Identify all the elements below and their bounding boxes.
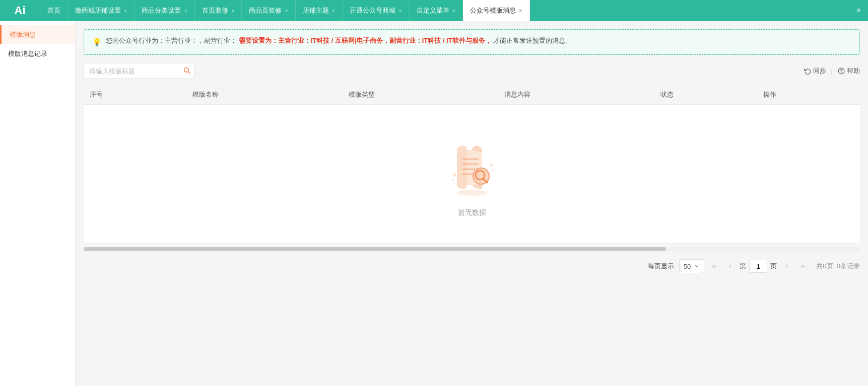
search-bar: 同步 | 帮助: [84, 63, 860, 79]
svg-point-14: [490, 164, 493, 167]
logo: Ai: [0, 0, 40, 21]
sidebar-item-template-msg[interactable]: 模版消息: [0, 25, 75, 44]
empty-row: 暂无数据: [84, 105, 860, 243]
col-header-seq: 序号: [84, 85, 186, 105]
nav-item-category-settings[interactable]: 商品分类设置×: [135, 0, 194, 21]
content-area: 💡 您的公众号行业为：主营行业：，副营行业： 需要设置为：主营行业：IT科技 /…: [76, 21, 868, 386]
svg-point-13: [452, 179, 454, 181]
col-header-action: 操作: [757, 85, 860, 105]
prev-page-button[interactable]: [723, 260, 737, 273]
toolbar-right: 同步 | 帮助: [804, 66, 860, 75]
data-table: 序号模版名称模版类型消息内容状态操作: [84, 85, 860, 243]
page-size-label: 每页显示: [648, 262, 674, 271]
notice-prefix: 您的公众号行业为：主营行业：，副营行业：: [106, 37, 237, 44]
nav-item-template-msg[interactable]: 公众号模版消息×: [463, 0, 529, 21]
nav-item-custom-menu[interactable]: 自定义菜单×: [410, 0, 463, 21]
nav-close-open-mall[interactable]: ×: [398, 8, 402, 14]
help-label: 帮助: [847, 66, 860, 75]
col-header-name: 模版名称: [186, 85, 343, 105]
total-info: 共0页, 0条记录: [816, 262, 860, 271]
col-header-status: 状态: [654, 85, 757, 105]
empty-text: 暂无数据: [458, 208, 486, 217]
toolbar-divider: |: [831, 67, 833, 75]
svg-point-12: [453, 174, 456, 177]
page-size-select[interactable]: 50: [679, 259, 704, 273]
nav-item-shop-theme[interactable]: 店铺主题×: [296, 0, 343, 21]
scrollbar-thumb[interactable]: [84, 247, 666, 251]
notice-suffix: 才能正常发送预置的消息。: [493, 37, 572, 44]
sync-label: 同步: [813, 66, 826, 75]
svg-point-15: [492, 169, 494, 171]
chevron-down-icon: [694, 263, 700, 269]
next-page-button[interactable]: [780, 260, 793, 273]
nav-close-template-msg[interactable]: ×: [519, 8, 522, 14]
close-all-button[interactable]: ×: [849, 0, 868, 21]
nav-close-category-settings[interactable]: ×: [184, 8, 187, 14]
search-input[interactable]: [84, 63, 194, 79]
nav-item-open-mall[interactable]: 开通公众号商城×: [343, 0, 409, 21]
nav-close-shop-settings[interactable]: ×: [124, 8, 127, 14]
nav-item-product-decoration[interactable]: 商品页装修×: [242, 0, 295, 21]
nav-item-home[interactable]: 首页: [40, 0, 68, 21]
empty-state: 暂无数据: [90, 110, 854, 238]
current-page-input[interactable]: [749, 260, 767, 273]
nav-close-home-decoration[interactable]: ×: [231, 8, 234, 14]
page-label-pre: 第: [740, 262, 746, 271]
page-label-suf: 页: [770, 262, 777, 271]
page-size-value: 50: [684, 263, 691, 270]
notice-icon: 💡: [92, 36, 102, 48]
last-page-button[interactable]: [796, 260, 809, 273]
notice-box: 💡 您的公众号行业为：主营行业：，副营行业： 需要设置为：主营行业：IT科技 /…: [84, 29, 860, 55]
search-input-wrap: [84, 63, 194, 79]
svg-point-4: [457, 190, 487, 196]
nav-item-home-decoration[interactable]: 首页装修×: [195, 0, 242, 21]
nav-close-custom-menu[interactable]: ×: [452, 8, 455, 14]
help-button[interactable]: 帮助: [838, 66, 860, 75]
main-layout: 模版消息模版消息记录 💡 您的公众号行业为：主营行业：，副营行业： 需要设置为：…: [0, 21, 868, 386]
notice-highlight: 需要设置为：主营行业：IT科技 / 互联网|电子商务，副营行业：IT科技 / I…: [239, 37, 492, 44]
sidebar: 模版消息模版消息记录: [0, 21, 76, 386]
sync-button[interactable]: 同步: [804, 66, 826, 75]
search-button[interactable]: [183, 66, 190, 75]
nav-close-shop-theme[interactable]: ×: [332, 8, 335, 14]
table-header-row: 序号模版名称模版类型消息内容状态操作: [84, 85, 860, 105]
col-header-type: 模版类型: [343, 85, 499, 105]
col-header-content: 消息内容: [498, 85, 654, 105]
notice-text: 您的公众号行业为：主营行业：，副营行业： 需要设置为：主营行业：IT科技 / 互…: [106, 36, 572, 46]
nav-close-product-decoration[interactable]: ×: [285, 8, 288, 14]
pagination: 每页显示 50 第 页: [84, 255, 860, 275]
horizontal-scrollbar[interactable]: [84, 247, 860, 251]
svg-line-1: [188, 71, 189, 73]
nav-item-shop-settings[interactable]: 微商城店铺设置×: [68, 0, 135, 21]
first-page-button[interactable]: [707, 260, 720, 273]
top-nav: Ai 首页微商城店铺设置×商品分类设置×首页装修×商品页装修×店铺主题×开通公众…: [0, 0, 868, 21]
sidebar-item-template-msg-record[interactable]: 模版消息记录: [0, 44, 75, 63]
